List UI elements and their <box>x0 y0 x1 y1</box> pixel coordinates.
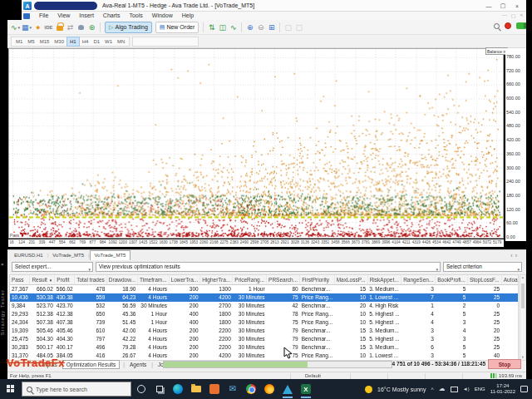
column-header-12[interactable]: RiskAppet... <box>367 275 401 284</box>
mail-button[interactable]: ✉ <box>227 382 239 396</box>
select-criterion-dropdown[interactable]: Select criterion▾ <box>443 262 522 272</box>
lock-button[interactable] <box>54 22 65 33</box>
cortana-button[interactable] <box>135 382 147 396</box>
community-button[interactable]: ⊛ <box>86 22 97 33</box>
column-header-3[interactable]: Total trades <box>75 275 107 284</box>
column-header-5[interactable]: Timefram... <box>137 275 169 284</box>
panel-close-icon[interactable]: × <box>1 262 4 267</box>
result-row-29,293[interactable]: 29,293512.38412.3865045.361 Hour40018003… <box>10 310 519 318</box>
network-monitor-icon[interactable] <box>451 387 458 392</box>
timeframe-m30[interactable]: M30 <box>52 37 66 46</box>
market-watch-button[interactable]: ● <box>32 22 43 33</box>
timeframe-m1[interactable]: M1 <box>13 37 25 46</box>
algo-trading-button[interactable]: ▷Algo Trading <box>105 22 152 33</box>
menu-insert[interactable]: Insert <box>79 12 94 20</box>
tick-updown-button[interactable]: ⇅ <box>206 22 217 33</box>
chart-window-button[interactable]: ▦▾ <box>21 22 32 33</box>
menu-help[interactable]: Help <box>182 12 194 20</box>
timeframe-h1[interactable]: H1 <box>66 37 80 47</box>
close-button[interactable]: × <box>511 2 523 10</box>
menu-file[interactable]: File <box>39 12 48 20</box>
taskbar-search-input[interactable]: Type here to search <box>22 382 131 397</box>
result-row-10,436[interactable]: 10,436530.38430.3855964.234 Hours2004200… <box>10 293 519 302</box>
tile-windows-button[interactable]: ⊞ <box>266 22 277 33</box>
menu-view[interactable]: View <box>57 12 70 20</box>
alerts-button[interactable] <box>76 22 86 33</box>
chart-tab-0[interactable]: EURUSD,H1 <box>10 251 47 260</box>
start-button[interactable] <box>7 385 14 392</box>
chart-tab-2[interactable]: VoTrade_MT5 <box>90 250 131 261</box>
action-center-icon[interactable] <box>520 386 528 392</box>
timeframe-h4[interactable]: H4 <box>80 37 91 46</box>
mdi-restore-icon[interactable]: ▢ <box>511 12 516 18</box>
zoom-in-button[interactable]: ⊕ <box>244 22 255 33</box>
column-header-0[interactable]: Pass <box>10 275 30 284</box>
select-expert-dropdown[interactable]: Select expert...▾ <box>12 262 93 272</box>
result-row-25,475[interactable]: 25,475504.30404.3079742.224 Hours2002200… <box>10 335 519 343</box>
timeframe-w1[interactable]: W1 <box>102 37 115 46</box>
result-row-19,309[interactable]: 19,309505.46405.4661042.004 Hours2002200… <box>10 327 519 335</box>
tester-tab-agents[interactable]: Agents <box>128 362 148 367</box>
menu-window[interactable]: Window <box>152 12 173 20</box>
mdi-minimize-icon[interactable]: — <box>502 12 507 18</box>
column-header-7[interactable]: HigherTra... <box>200 275 233 284</box>
column-header-4[interactable]: Drawdow... <box>106 275 137 284</box>
scrollbar-thumb[interactable] <box>521 283 525 308</box>
timeframe-m15[interactable]: M15 <box>37 37 52 46</box>
result-row-31,370[interactable]: 31,370484.05384.0541626.674 Hours2004200… <box>10 352 519 360</box>
tester-tab-optimization-results[interactable]: Optimization Results <box>62 360 121 369</box>
speaker-icon[interactable]: ◄) <box>463 387 470 392</box>
timeframe-mn[interactable]: MN <box>115 37 127 46</box>
onedrive-cloud-icon[interactable]: ☁ <box>439 385 446 393</box>
chrome-button[interactable] <box>245 382 257 396</box>
chart-tab-1[interactable]: VoTrade_MT5 <box>48 251 88 260</box>
result-row-27,367[interactable]: 27,367666.02566.0247818.904 Hours3001300… <box>10 284 519 293</box>
column-header-8[interactable]: PriceRang... <box>233 275 267 284</box>
language-indicator[interactable]: ENG <box>475 387 485 392</box>
profile-label[interactable]: Default <box>305 373 321 378</box>
column-header-16[interactable]: Autoadju... <box>501 275 519 284</box>
mt5-taskbar-button[interactable] <box>282 382 293 396</box>
column-header-14[interactable]: BookProfi... <box>436 275 468 284</box>
column-header-2[interactable]: Profit <box>55 275 75 284</box>
column-header-1[interactable]: Result▼ <box>30 275 55 284</box>
metaeditor-button[interactable]: IDE <box>43 22 54 33</box>
edge-button[interactable] <box>172 382 184 396</box>
scroll-up-icon[interactable]: ▴ <box>520 275 525 280</box>
column-header-15[interactable]: StopLossF... <box>467 275 501 284</box>
column-header-6[interactable]: LowerTra... <box>169 275 200 284</box>
result-row-24,304[interactable]: 24,304507.38407.3873951.451 Hour40018003… <box>10 318 519 327</box>
table-scrollbar[interactable]: ▴ ▾ <box>520 274 526 361</box>
column-header-10[interactable]: FirstPriority <box>300 275 335 284</box>
search-icon[interactable] <box>494 23 500 29</box>
connection-button[interactable]: ⇄ <box>65 22 76 33</box>
tab-next-icon[interactable]: › <box>515 253 520 259</box>
firefox-button[interactable] <box>264 382 275 396</box>
menu-charts[interactable]: Charts <box>103 12 121 20</box>
weather-label[interactable]: 16°C Mostly sunny <box>377 387 426 392</box>
minimize-button[interactable]: — <box>483 2 495 10</box>
optimization-scatter-chart[interactable] <box>8 48 504 239</box>
taskbar-clock[interactable]: 17:2411-01-2022 <box>490 383 515 395</box>
weather-sun-icon[interactable] <box>365 386 372 393</box>
maximize-button[interactable]: ▢ <box>497 2 509 10</box>
tick-chart-button[interactable]: ∿ <box>228 22 239 33</box>
timeframe-d1[interactable]: D1 <box>91 37 102 46</box>
result-row-30,283[interactable]: 30,283500.17400.1749679.284 Hours2002200… <box>10 343 519 352</box>
file-explorer-button[interactable] <box>190 382 202 396</box>
task-view-button[interactable] <box>154 382 165 396</box>
column-header-13[interactable]: RangeSen... <box>401 275 436 284</box>
column-header-9[interactable]: PRSearch... <box>267 275 300 284</box>
menu-tools[interactable]: Tools <box>129 12 142 20</box>
notification-badge-icon[interactable] <box>505 22 511 29</box>
stop-button[interactable]: Stop <box>488 359 521 369</box>
store-button[interactable] <box>209 382 220 396</box>
timeframe-m5[interactable]: M5 <box>25 37 37 46</box>
results-source-dropdown[interactable]: View previous optimization results▾ <box>96 262 441 272</box>
result-row-9,384[interactable]: 9,384523.70423.7053256.5930 Minutes20027… <box>10 302 519 310</box>
mdi-close-icon[interactable]: × <box>520 12 523 18</box>
depth-of-market-button[interactable]: ◫ <box>217 22 228 33</box>
tray-expand-icon[interactable]: ^ <box>431 387 434 392</box>
chart-style-button[interactable]: ∿▾ <box>10 22 21 33</box>
column-header-11[interactable]: MaxLossP... <box>334 275 367 284</box>
